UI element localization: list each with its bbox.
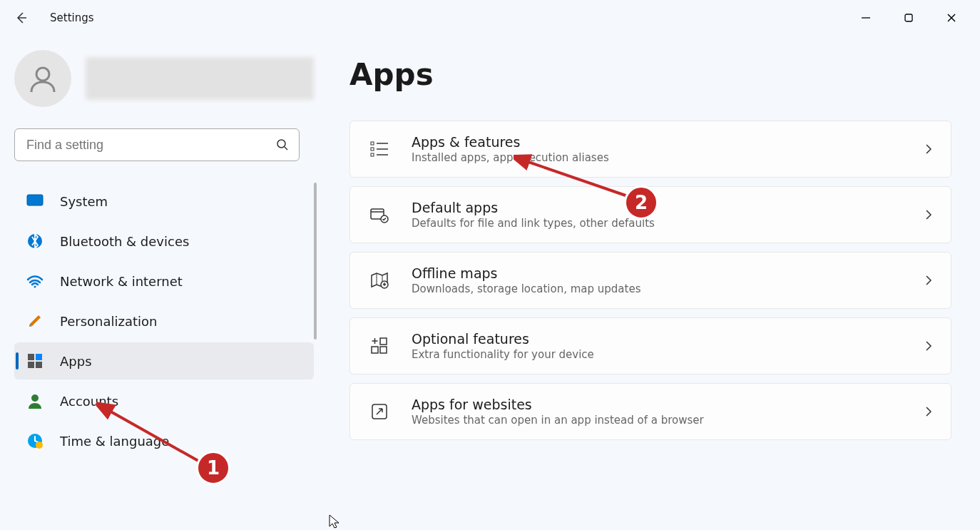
svg-rect-19 <box>371 148 374 151</box>
sidebar-item-label: Personalization <box>60 314 157 329</box>
chevron-right-icon <box>925 275 932 286</box>
window-controls <box>844 4 973 32</box>
main-panel: Apps Apps & features Installed apps, app… <box>328 36 980 530</box>
card-title: Offline maps <box>412 265 925 281</box>
card-subtitle: Downloads, storage location, map updates <box>412 282 925 295</box>
search-input[interactable] <box>25 137 276 153</box>
annotation-arrow-2 <box>514 153 638 207</box>
profile-section[interactable] <box>14 50 314 107</box>
user-icon <box>26 62 59 95</box>
sidebar-item-label: Apps <box>60 354 92 369</box>
sidebar-item-label: System <box>60 194 108 209</box>
minimize-icon <box>861 13 871 23</box>
scrollbar[interactable] <box>314 183 317 340</box>
svg-rect-20 <box>371 153 374 156</box>
card-apps-features[interactable]: Apps & features Installed apps, app exec… <box>349 121 951 178</box>
card-subtitle: Installed apps, app execution aliases <box>412 151 925 164</box>
card-title: Default apps <box>412 200 925 215</box>
svg-rect-30 <box>372 347 378 353</box>
svg-rect-12 <box>36 354 42 360</box>
card-subtitle: Extra functionality for your device <box>412 348 925 361</box>
maximize-icon <box>904 13 914 23</box>
sidebar-item-apps[interactable]: Apps <box>14 342 314 379</box>
arrow-left-icon <box>14 11 29 25</box>
maximize-button[interactable] <box>887 4 930 32</box>
sidebar-item-label: Network & internet <box>60 274 183 289</box>
window-title: Settings <box>50 11 94 24</box>
svg-point-4 <box>36 68 49 81</box>
annotation-arrow-1 <box>96 401 214 472</box>
svg-line-6 <box>285 147 287 150</box>
website-link-icon <box>369 401 390 422</box>
svg-rect-1 <box>905 14 912 21</box>
wifi-icon <box>26 272 44 290</box>
svg-point-15 <box>31 394 39 402</box>
svg-rect-7 <box>27 195 43 205</box>
clock-globe-icon <box>26 432 44 450</box>
list-grid-icon <box>369 138 390 160</box>
svg-line-37 <box>524 160 628 196</box>
back-button[interactable] <box>7 4 36 32</box>
annotation-badge-1: 1 <box>196 451 230 485</box>
chevron-right-icon <box>925 340 932 352</box>
default-apps-icon <box>369 204 390 225</box>
close-button[interactable] <box>930 4 973 32</box>
card-title: Apps for websites <box>412 397 925 412</box>
svg-rect-31 <box>380 338 387 345</box>
svg-rect-13 <box>28 362 34 368</box>
chevron-right-icon <box>925 143 932 155</box>
mouse-cursor-icon <box>328 514 341 529</box>
card-title: Optional features <box>412 331 925 347</box>
sidebar-item-bluetooth[interactable]: Bluetooth & devices <box>14 223 314 260</box>
card-title: Apps & features <box>412 134 925 150</box>
search-box[interactable] <box>14 128 300 161</box>
account-icon <box>26 392 44 410</box>
svg-rect-14 <box>36 362 42 368</box>
chevron-right-icon <box>925 209 932 220</box>
svg-point-5 <box>277 140 285 148</box>
minimize-button[interactable] <box>844 4 887 32</box>
card-apps-for-websites[interactable]: Apps for websites Websites that can open… <box>349 383 951 440</box>
svg-point-17 <box>36 442 43 449</box>
search-icon <box>276 138 289 151</box>
profile-name-redacted <box>86 57 314 100</box>
sidebar-item-network[interactable]: Network & internet <box>14 263 314 300</box>
sidebar-item-personalization[interactable]: Personalization <box>14 302 314 340</box>
svg-rect-11 <box>28 354 34 360</box>
map-icon <box>369 270 390 291</box>
sidebar-item-system[interactable]: System <box>14 183 314 220</box>
close-icon <box>946 13 956 23</box>
svg-rect-32 <box>380 347 387 353</box>
svg-point-10 <box>34 286 36 288</box>
annotation-badge-2: 2 <box>624 185 658 220</box>
sidebar-item-label: Bluetooth & devices <box>60 234 189 249</box>
page-heading: Apps <box>349 57 951 92</box>
brush-icon <box>26 312 44 330</box>
svg-line-36 <box>107 409 203 464</box>
display-icon <box>26 192 44 210</box>
card-subtitle: Defaults for file and link types, other … <box>412 217 925 230</box>
apps-icon <box>26 352 44 370</box>
titlebar: Settings <box>0 0 980 36</box>
card-offline-maps[interactable]: Offline maps Downloads, storage location… <box>349 252 951 309</box>
chevron-right-icon <box>925 406 932 417</box>
avatar <box>14 50 71 107</box>
svg-rect-18 <box>371 142 374 145</box>
card-subtitle: Websites that can open in an app instead… <box>412 414 925 427</box>
card-optional-features[interactable]: Optional features Extra functionality fo… <box>349 317 951 374</box>
bluetooth-icon <box>26 232 44 250</box>
grid-add-icon <box>369 335 390 357</box>
